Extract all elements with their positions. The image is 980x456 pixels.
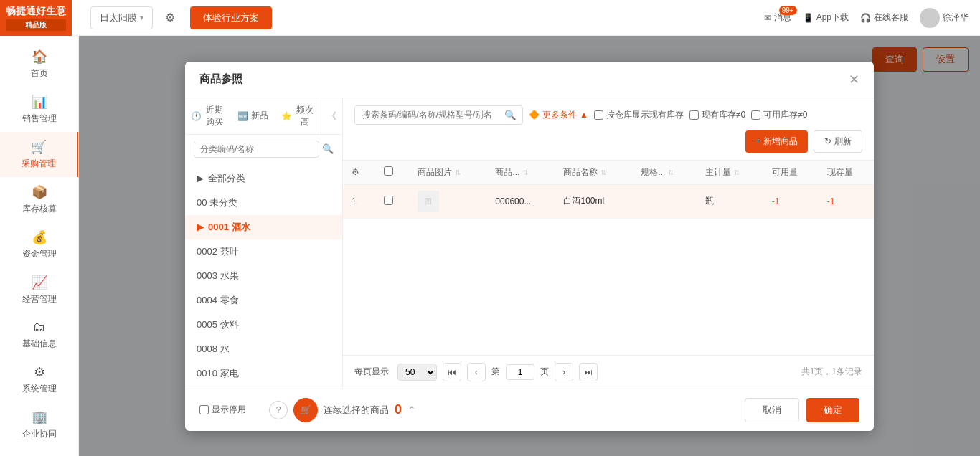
tab-new[interactable]: 🆕 新品 <box>230 98 275 134</box>
category-item-0010[interactable]: 0010 家电 <box>185 361 342 386</box>
current-stock-checkbox[interactable] <box>689 110 699 120</box>
footer-middle: ? 🛒 连续选择的商品 0 ⌃ <box>269 398 416 422</box>
show-disabled-checkbox[interactable] <box>199 405 209 414</box>
tab-frequent[interactable]: ⭐ 频次高 <box>275 98 321 134</box>
left-panel: 🕐 近期购买 🆕 新品 ⭐ 频次高 《 <box>185 98 343 389</box>
category-item-0005[interactable]: 0005 饮料 <box>185 313 342 337</box>
category-item-all[interactable]: ▶ 全部分类 <box>185 166 342 191</box>
row-available: -1 <box>763 184 819 218</box>
warehouse-checkbox-item[interactable]: 按仓库显示现有库存 <box>594 109 684 121</box>
last-page-button[interactable]: ⏭ <box>579 363 598 381</box>
category-item-00[interactable]: 00 未分类 <box>185 191 342 215</box>
add-product-button[interactable]: + 新增商品 <box>745 130 808 153</box>
sidebar-item-purchase[interactable]: 🛒 采购管理 <box>0 132 78 177</box>
basic-icon: 🗂 <box>33 320 46 335</box>
category-label: 全部分类 <box>208 172 245 185</box>
col-gear[interactable]: ⚙ <box>343 161 375 185</box>
col-code: 商品...⇅ <box>486 161 555 185</box>
category-item-0008[interactable]: 0008 水 <box>185 337 342 361</box>
available-stock-checkbox[interactable] <box>751 110 760 120</box>
category-item-0002[interactable]: 0002 茶叶 <box>185 239 342 264</box>
modal-close-icon[interactable]: ✕ <box>849 72 859 87</box>
service-label: 在线客服 <box>874 11 908 24</box>
category-search-icon[interactable]: 🔍 <box>322 143 334 154</box>
per-page-select[interactable]: 50 100 200 <box>397 364 437 381</box>
cancel-button[interactable]: 取消 <box>745 398 799 422</box>
system-icon: ⚙ <box>34 364 45 380</box>
page-text: 第 <box>491 366 500 378</box>
cart-button[interactable]: 🛒 <box>293 398 318 422</box>
select-all-checkbox[interactable] <box>384 166 393 176</box>
table-row[interactable]: 1 图 000600... 白酒100ml 瓶 <box>343 184 874 218</box>
headset-icon: 🎧 <box>860 13 871 23</box>
new-icon: 🆕 <box>237 111 248 121</box>
sort-spec-icon: ⇅ <box>668 168 674 176</box>
filter-button[interactable]: 🔶 更多条件 ▲ <box>529 109 588 121</box>
filter-label: 更多条件 <box>542 109 577 121</box>
help-button[interactable]: ? <box>269 401 288 419</box>
show-disabled-checkbox-item[interactable]: 显示停用 <box>199 404 246 416</box>
category-item-0001[interactable]: ▶ 0001 酒水 <box>185 215 342 239</box>
sidebar-item-home[interactable]: 🏠 首页 <box>0 42 78 87</box>
selected-products-label: 连续选择的商品 <box>324 404 389 417</box>
sidebar-item-enterprise[interactable]: 🏢 企业协同 <box>0 402 78 447</box>
modal-body: 🕐 近期购买 🆕 新品 ⭐ 频次高 《 <box>185 98 874 389</box>
page-number-input[interactable] <box>506 364 534 380</box>
sidebar-item-label: 采购管理 <box>22 158 56 170</box>
category-item-0004[interactable]: 0004 零食 <box>185 288 342 313</box>
product-table: ⚙ 商品图片⇅ 商品...⇅ 商品名称⇅ 规格...⇅ 主计量⇅ 可用量 现存 <box>343 161 874 219</box>
confirm-button[interactable]: 确定 <box>806 398 859 422</box>
row-checkbox[interactable] <box>384 196 393 205</box>
service-item[interactable]: 🎧 在线客服 <box>860 11 908 24</box>
category-label: 0001 酒水 <box>208 221 250 234</box>
product-search-button[interactable]: 🔍 <box>499 106 522 124</box>
sidebar: 🏠 首页 📊 销售管理 🛒 采购管理 📦 库存核算 💰 资金管理 📈 经营管理 … <box>0 36 79 456</box>
message-item[interactable]: ✉ 消息 99+ <box>764 11 791 24</box>
available-stock-checkbox-item[interactable]: 可用库存≠0 <box>751 109 807 121</box>
company-name: 日太阳膜 <box>100 11 137 24</box>
plus-icon: + <box>755 136 760 146</box>
sidebar-item-operation[interactable]: 📈 经营管理 <box>0 267 78 313</box>
finance-icon: 💰 <box>32 229 47 245</box>
warehouse-checkbox[interactable] <box>594 110 603 120</box>
app-label: App下载 <box>816 11 849 24</box>
sidebar-item-guide[interactable]: 📖 新手引导 <box>0 447 78 456</box>
product-search-bar: 🔍 <box>354 105 523 125</box>
add-product-label: 新增商品 <box>763 136 798 148</box>
sort-image-icon: ⇅ <box>455 168 461 176</box>
product-search-input[interactable] <box>355 106 499 123</box>
sidebar-item-finance[interactable]: 💰 资金管理 <box>0 222 78 267</box>
row-image-cell: 图 <box>409 184 486 218</box>
sidebar-item-basic[interactable]: 🗂 基础信息 <box>0 313 78 357</box>
collapse-panel-button[interactable]: 《 <box>321 98 342 134</box>
sales-icon: 📊 <box>32 94 47 110</box>
row-spec <box>632 184 697 218</box>
sidebar-item-inventory[interactable]: 📦 库存核算 <box>0 177 78 222</box>
main-area: 查询 设置 商品参照 ✕ 🕐 近期购买 <box>79 36 980 456</box>
logo-sub: 精品版 <box>6 19 66 31</box>
page-total-info: 共1页，1条记录 <box>801 366 862 378</box>
app-download-item[interactable]: 📱 App下载 <box>803 11 849 24</box>
sidebar-item-system[interactable]: ⚙ 系统管理 <box>0 357 78 402</box>
modal-footer: 显示停用 ? 🛒 连续选择的商品 0 ⌃ 取消 确定 <box>185 389 874 431</box>
refresh-button[interactable]: ↻ 刷新 <box>814 130 862 153</box>
footer-collapse-icon[interactable]: ⌃ <box>407 404 416 416</box>
tab-frequent-label: 频次高 <box>295 104 315 128</box>
tab-recent[interactable]: 🕐 近期购买 <box>185 98 230 134</box>
inventory-icon: 📦 <box>32 184 47 200</box>
first-page-button[interactable]: ⏮ <box>443 363 461 381</box>
modal-overlay: 商品参照 ✕ 🕐 近期购买 🆕 <box>79 36 980 456</box>
category-search-input[interactable] <box>194 141 319 158</box>
settings-icon[interactable]: ⚙ <box>159 6 182 29</box>
trial-button[interactable]: 体验行业方案 <box>190 6 272 29</box>
category-item-0003[interactable]: 0003 水果 <box>185 264 342 288</box>
next-page-button[interactable]: › <box>555 363 573 381</box>
tab-new-label: 新品 <box>251 110 268 122</box>
company-dropdown[interactable]: 日太阳膜 ▾ <box>90 6 153 29</box>
user-item[interactable]: 徐泽华 <box>920 8 969 28</box>
prev-page-button[interactable]: ‹ <box>467 363 486 381</box>
current-stock-checkbox-item[interactable]: 现有库存≠0 <box>689 109 745 121</box>
sidebar-item-sales[interactable]: 📊 销售管理 <box>0 87 78 132</box>
col-unit: 主计量⇅ <box>697 161 763 185</box>
warehouse-label: 按仓库显示现有库存 <box>606 109 684 121</box>
